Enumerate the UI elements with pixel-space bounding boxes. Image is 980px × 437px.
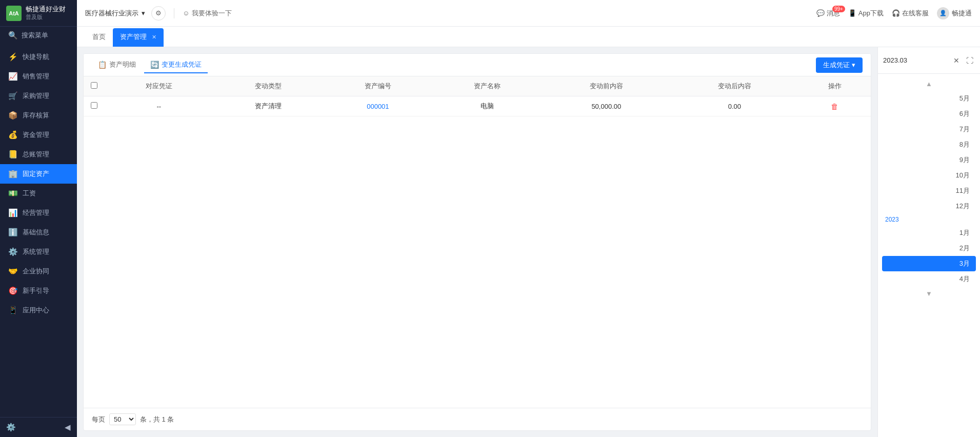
total-text: 条，共 1 条 (140, 415, 174, 424)
data-table: 对应凭证 变动类型 资产编号 资产名称 变动前内容 变动后内容 操作 (84, 76, 871, 116)
topbar: 医疗器械行业演示 ▾ ⚙ ☺ 我要体验一下 💬 消息 99+ 📱 App下载 🎧… (77, 0, 980, 27)
row-checkbox[interactable] (91, 102, 97, 109)
collapse-icon[interactable]: ◀ (65, 423, 71, 432)
sidebar-item-search[interactable]: 🔍 搜索菜单 (0, 27, 77, 44)
calendar-scroll-down[interactable]: ▼ (878, 287, 980, 301)
sidebar-item-inventory[interactable]: 📦 库存核算 (0, 106, 77, 125)
sidebar-item-label: 快捷导航 (23, 52, 49, 62)
table-container: 对应凭证 变动类型 资产编号 资产名称 变动前内容 变动后内容 操作 (84, 76, 871, 408)
subtab-bar: 📋 资产明细 🔄 变更生成凭证 生成凭证 ▾ (84, 54, 871, 76)
chevron-down-icon: ▾ (852, 61, 855, 69)
calendar-panel: 2023.03 ✕ ⛶ ▲ 5月 6月 7月 8月 9月 10月 11月 12月… (877, 47, 980, 437)
month-item-1[interactable]: 1月 (878, 225, 980, 241)
ops-icon: 📊 (8, 208, 17, 217)
support-button[interactable]: 🎧 在线客服 (892, 9, 929, 18)
calendar-header-btns: ✕ ⛶ (951, 55, 975, 66)
change-icon: 🔄 (150, 61, 159, 69)
calendar-close-button[interactable]: ✕ (951, 55, 962, 66)
cell-after: 0.00 (670, 96, 798, 116)
subtab-change-voucher[interactable]: 🔄 变更生成凭证 (144, 57, 208, 73)
sidebar-item-label: 固定资产 (23, 169, 49, 178)
year-2023: 2023 (878, 214, 980, 225)
generate-label: 生成凭证 (823, 61, 850, 70)
company-selector[interactable]: 医疗器械行业演示 ▾ (85, 9, 145, 18)
user-menu[interactable]: 👤 畅捷通 (937, 7, 972, 19)
sidebar-item-label: 采购管理 (23, 91, 49, 101)
month-item-10[interactable]: 10月 (878, 168, 980, 183)
tab-close-icon[interactable]: ✕ (152, 34, 156, 40)
settings-footer-icon[interactable]: ⚙️ (6, 423, 16, 432)
sidebar-item-ledger[interactable]: 📒 总账管理 (0, 145, 77, 164)
system-icon: ⚙️ (8, 247, 17, 256)
month-item-5[interactable]: 5月 (878, 91, 980, 106)
sidebar-item-label: 系统管理 (23, 247, 49, 256)
sidebar-item-fixed-assets[interactable]: 🏢 固定资产 (0, 164, 77, 184)
avatar: 👤 (937, 7, 949, 19)
headset-icon: 🎧 (892, 9, 900, 17)
finance-icon: 💰 (8, 130, 17, 140)
calendar-expand-button[interactable]: ⛶ (965, 55, 975, 66)
month-item-9[interactable]: 9月 (878, 152, 980, 168)
sidebar-item-app-center[interactable]: 📱 应用中心 (0, 301, 77, 320)
select-all-checkbox[interactable] (91, 82, 97, 89)
sidebar-item-ops[interactable]: 📊 经营管理 (0, 203, 77, 223)
sidebar-item-guide[interactable]: 🎯 新手引导 (0, 281, 77, 301)
app-download-button[interactable]: 📱 App下载 (848, 9, 884, 18)
sidebar-item-payroll[interactable]: 💵 工资 (0, 184, 77, 203)
page-size-select[interactable]: 10 20 50 100 (109, 413, 136, 425)
month-item-11[interactable]: 11月 (878, 183, 980, 198)
gear-icon: ⚙ (155, 9, 162, 17)
inventory-icon: 📦 (8, 111, 17, 120)
main-area: 医疗器械行业演示 ▾ ⚙ ☺ 我要体验一下 💬 消息 99+ 📱 App下载 🎧… (77, 0, 980, 437)
collab-icon: 🤝 (8, 267, 17, 276)
month-item-12[interactable]: 12月 (878, 198, 980, 214)
topbar-right: 💬 消息 99+ 📱 App下载 🎧 在线客服 👤 畅捷通 (816, 7, 972, 19)
sidebar-item-label: 资金管理 (23, 130, 49, 140)
generate-voucher-button[interactable]: 生成凭证 ▾ (816, 57, 863, 73)
sidebar-item-finance[interactable]: 💰 资金管理 (0, 125, 77, 145)
cell-action: 🗑 (798, 96, 871, 116)
settings-button[interactable]: ⚙ (151, 6, 166, 21)
app-center-icon: 📱 (8, 306, 17, 315)
sidebar-footer: ⚙️ ◀ (0, 417, 77, 437)
sidebar-item-label: 应用中心 (23, 306, 49, 315)
guide-icon: 🎯 (8, 286, 17, 295)
cell-change-type: 资产清理 (214, 96, 324, 116)
messages-button[interactable]: 💬 消息 99+ (816, 9, 840, 18)
month-item-3-current[interactable]: 3月 (882, 256, 976, 271)
subtab-asset-detail[interactable]: 📋 资产明细 (92, 57, 142, 73)
sidebar-item-label: 搜索菜单 (22, 31, 48, 40)
chevron-down-icon: ▾ (142, 9, 145, 17)
sidebar-item-basic-info[interactable]: ℹ️ 基础信息 (0, 223, 77, 242)
tab-home[interactable]: 首页 (85, 28, 113, 47)
sidebar-item-system[interactable]: ⚙️ 系统管理 (0, 242, 77, 262)
subtab-change-voucher-label: 变更生成凭证 (162, 60, 202, 69)
month-item-2[interactable]: 2月 (878, 241, 980, 256)
month-item-4[interactable]: 4月 (878, 271, 980, 287)
col-asset-code: 资产编号 (323, 76, 433, 96)
logo-icon: AtA (6, 6, 22, 21)
sidebar-item-sales[interactable]: 📈 销售管理 (0, 67, 77, 86)
month-item-8[interactable]: 8月 (878, 137, 980, 152)
feedback-button[interactable]: ☺ 我要体验一下 (183, 9, 232, 18)
fixed-assets-icon: 🏢 (8, 169, 17, 178)
month-item-7[interactable]: 7月 (878, 122, 980, 137)
sidebar-item-quick-nav[interactable]: ⚡ 快捷导航 (0, 47, 77, 67)
col-asset-name: 资产名称 (433, 76, 543, 96)
message-badge: 99+ (832, 6, 845, 12)
calendar-header: 2023.03 ✕ ⛶ (878, 47, 980, 74)
app-download-label: App下载 (858, 9, 884, 18)
table-row: -- 资产清理 000001 电脑 50,000.00 0.00 🗑 (84, 96, 871, 116)
delete-icon[interactable]: 🗑 (831, 102, 838, 111)
page-size-prefix: 每页 (92, 415, 105, 424)
feedback-label: 我要体验一下 (192, 9, 232, 18)
tab-asset-mgmt[interactable]: 资产管理 ✕ (113, 28, 164, 47)
sidebar-item-purchase[interactable]: 🛒 采购管理 (0, 86, 77, 106)
subtab-asset-detail-label: 资产明细 (109, 60, 136, 69)
month-item-6[interactable]: 6月 (878, 106, 980, 122)
calendar-scroll-up[interactable]: ▲ (878, 77, 980, 91)
asset-code-link[interactable]: 000001 (367, 103, 389, 110)
divider (174, 8, 174, 18)
sidebar-item-collab[interactable]: 🤝 企业协同 (0, 262, 77, 281)
col-voucher: 对应凭证 (104, 76, 214, 96)
